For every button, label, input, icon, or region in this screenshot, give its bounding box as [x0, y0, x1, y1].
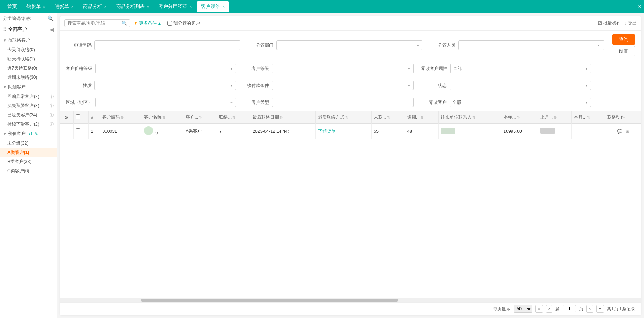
sidebar-item-class-b[interactable]: B类客户(33): [0, 157, 57, 166]
sidebar-item-unclassified[interactable]: 未分组(32): [0, 139, 57, 148]
tab-product-analysis[interactable]: 商品分析 ×: [79, 1, 111, 12]
person-input[interactable]: ···: [458, 40, 604, 50]
table-header-this-year[interactable]: 本年...⇅: [501, 111, 538, 124]
table-header-code[interactable]: 客户编码⇅: [100, 111, 142, 124]
sidebar-item-class-c[interactable]: C类客户(6): [0, 166, 57, 176]
region-input[interactable]: ···: [95, 98, 236, 107]
search-input[interactable]: [68, 21, 120, 26]
row-unit-contact: [438, 124, 501, 139]
settings-button[interactable]: 设置: [612, 46, 635, 56]
retail-attr-input[interactable]: 全部 ▼: [450, 64, 591, 73]
section-problem-customers[interactable]: ▼ 问题客户: [0, 82, 57, 92]
last-method-link[interactable]: 下销货单: [318, 128, 336, 134]
my-customers-checkbox[interactable]: [167, 21, 172, 26]
table-header-gear[interactable]: ⚙: [60, 111, 73, 124]
batch-ops-button[interactable]: ☑ 批量操作: [598, 20, 621, 26]
tab-purchase-order[interactable]: 进货单 ×: [50, 1, 78, 12]
tab-home[interactable]: 首页: [3, 1, 21, 12]
tab-sales-order[interactable]: 销货单 ×: [22, 1, 50, 12]
close-icon[interactable]: ×: [71, 5, 74, 9]
sidebar-search-input[interactable]: [3, 16, 46, 21]
more-conditions-button[interactable]: ▼ 更多条件 ▲: [133, 20, 161, 26]
page-number-input[interactable]: [563, 305, 576, 312]
search-icon[interactable]: 🔍: [122, 21, 127, 26]
table-header-last-method[interactable]: 最后联络方式⇅: [315, 111, 371, 124]
customer-type-input[interactable]: [272, 98, 414, 107]
sidebar-item-churned[interactable]: 已流失客户(24) ⓘ: [0, 110, 57, 120]
sidebar-item-class-a[interactable]: A类客户(1): [0, 148, 57, 157]
chat-icon[interactable]: 💬: [617, 129, 622, 134]
sidebar-item-churn-warning[interactable]: 流失预警客户(3) ⓘ: [0, 101, 57, 110]
row-last-method: 下销货单: [315, 124, 371, 139]
contact-action-icon[interactable]: ⊞: [626, 129, 629, 134]
table-header-last-date[interactable]: 最后联络日期⇅: [250, 111, 315, 124]
sidebar-item-overdue-contact[interactable]: 逾期未联络(30): [0, 73, 57, 82]
triangle-icon: ▼: [3, 132, 7, 136]
export-button[interactable]: ↓ 导出: [625, 20, 637, 26]
dept-input[interactable]: ▼: [276, 40, 422, 50]
table-header-name[interactable]: 客户名称⇅: [142, 111, 183, 124]
query-button[interactable]: 查询: [612, 34, 635, 45]
table-header-overdue[interactable]: 逾期...⇅: [405, 111, 438, 124]
customer-level-input[interactable]: ▼: [272, 64, 414, 73]
retail-customer-input[interactable]: 全部 ▼: [450, 98, 591, 107]
triangle-icon: ▼: [3, 38, 7, 42]
sidebar-item-tomorrow-contact[interactable]: 明天待联络(1): [0, 54, 57, 64]
tab-customer-contact[interactable]: 客户联络 ×: [197, 1, 229, 12]
payment-input[interactable]: ▼: [272, 81, 414, 90]
close-icon[interactable]: ×: [189, 5, 192, 9]
sort-icon: ⇅: [121, 115, 124, 119]
sidebar-item-declining[interactable]: 持续下滑客户(2) ⓘ: [0, 120, 57, 129]
prev-page-button[interactable]: ‹: [546, 305, 552, 313]
sidebar-collapse-icon[interactable]: ◀: [50, 27, 54, 32]
nature-input[interactable]: ▼: [94, 81, 236, 90]
sidebar-item-7day-contact[interactable]: 近7天待联络(0): [0, 64, 57, 73]
last-page-button[interactable]: »: [596, 305, 604, 313]
info-icon: ⓘ: [50, 103, 54, 109]
per-page-select[interactable]: 50 100 200: [514, 305, 532, 313]
table-header-this-month[interactable]: 本月...⇅: [572, 111, 605, 124]
sidebar: 🔍 ⠿ 全部客户 ◀ ▼ 待联络客户 今天待联络(0) 明天待联络(1) 近7天…: [0, 13, 57, 318]
table-header-no-contact[interactable]: 未联...⇅: [371, 111, 405, 124]
scroll-thumb[interactable]: [141, 299, 398, 302]
table-header-last-month[interactable]: 上月...⇅: [538, 111, 572, 124]
table-header-type[interactable]: 客户...⇅: [183, 111, 217, 124]
price-level-input[interactable]: ▼: [95, 64, 236, 73]
filter-region: 区域（地区） ···: [66, 98, 236, 107]
row-no-contact: 55: [371, 124, 405, 139]
sidebar-search-icon[interactable]: 🔍: [47, 15, 54, 21]
export-icon: ↓: [625, 21, 627, 26]
filter-dept: 分管部门 ▼: [248, 40, 422, 50]
row-gear: [60, 124, 73, 139]
close-icon[interactable]: ×: [147, 5, 149, 9]
window-close-button[interactable]: ×: [638, 3, 641, 10]
sidebar-item-today-contact[interactable]: 今天待联络(0): [0, 45, 57, 54]
section-value-customers[interactable]: ▼ 价值客户 ↺ ✎: [0, 129, 57, 139]
select-all-checkbox[interactable]: [76, 114, 80, 119]
table-header-contact[interactable]: 联络...⇅: [217, 111, 250, 124]
next-page-button[interactable]: ›: [586, 305, 593, 313]
close-icon[interactable]: ×: [104, 5, 107, 9]
row-this-year: 10995.00: [501, 124, 538, 139]
sort-icon: ⇅: [421, 115, 423, 119]
filter-customer-type: 客户类型: [243, 98, 414, 107]
filter-status: 状态 ▼: [421, 81, 591, 90]
close-icon[interactable]: ×: [222, 5, 225, 9]
last-month-placeholder: [540, 128, 555, 134]
toolbar-right: ☑ 批量操作 ↓ 导出: [598, 20, 637, 26]
tab-customer-tier[interactable]: 客户分层经营 ×: [154, 1, 196, 12]
edit-icon[interactable]: ✎: [35, 131, 38, 137]
first-page-button[interactable]: «: [535, 305, 543, 313]
section-pending-contact[interactable]: ▼ 待联络客户: [0, 35, 57, 45]
status-input[interactable]: ▼: [450, 81, 591, 90]
tab-product-analysis-list[interactable]: 商品分析列表 ×: [112, 1, 154, 12]
close-icon[interactable]: ×: [43, 5, 45, 9]
horizontal-scrollbar[interactable]: [60, 298, 641, 302]
sort-icon: ⇅: [517, 115, 520, 119]
phone-input[interactable]: [94, 40, 240, 50]
sidebar-item-repurchase-abnormal[interactable]: 回购异常客户(2) ⓘ: [0, 92, 57, 101]
filter-price-level: 客户价格等级 ▼: [66, 64, 236, 73]
table-header-unit-contact[interactable]: 往来单位联系人⇅: [438, 111, 501, 124]
row-select-checkbox[interactable]: [76, 128, 80, 133]
refresh-icon[interactable]: ↺: [29, 131, 32, 137]
